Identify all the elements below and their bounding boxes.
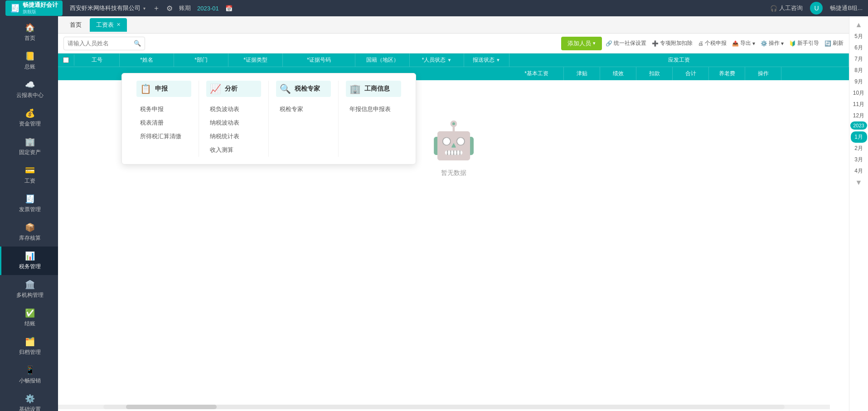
content-area: 首页 工资表 ✕ 🔍 添加人员 ▾ 🔗 统一社 [58,16,849,411]
th2-perf: 绩效 [600,67,636,80]
dropdown-header-expert: 🔍 税检专家 [276,81,331,97]
sidebar-item-ledger[interactable]: 📒 总账 [0,47,58,75]
analysis-header-label: 分析 [225,85,238,93]
tax-return-btn[interactable]: 🖨 个税申报 [698,39,727,47]
tab-home[interactable]: 首页 [63,18,88,32]
xiaochang-icon: 📱 [25,365,35,375]
th-status: *人员状态 ▼ [410,53,464,67]
right-sidebar-up-arrow[interactable]: ▲ [853,19,864,31]
sidebar-item-archive[interactable]: 🗂️ 归档管理 [0,332,58,361]
sidebar-item-inventory[interactable]: 📦 库存核算 [0,218,58,247]
horizontal-scrollbar[interactable] [103,405,785,409]
calendar-icon[interactable]: 📅 [225,5,233,12]
status-filter-icon[interactable]: ▼ [447,58,451,63]
right-sidebar-down-arrow[interactable]: ▼ [853,177,864,189]
sidebar-item-checkout[interactable]: ✅ 结账 [0,304,58,332]
dropdown-item-annual-report[interactable]: 年报信息申报表 [346,102,401,116]
month-item-3[interactable]: 3月 [851,154,867,165]
sidebar-item-tax[interactable]: 📊 税务管理 [0,247,58,275]
sidebar-label-multi: 多机构管理 [16,291,44,299]
sidebar-item-assets[interactable]: 🏢 固定资产 [0,132,58,161]
unified-social-btn[interactable]: 🔗 统一社保设置 [606,39,646,47]
sidebar-item-home[interactable]: 🏠 首页 [0,18,58,47]
dropdown-item-tax-stat[interactable]: 纳税统计表 [206,130,261,143]
home-icon: 🏠 [25,23,35,33]
refresh-btn[interactable]: 🔄 刷新 [824,39,844,47]
dropdown-item-tax-clearance[interactable]: 税表清册 [136,116,191,130]
add-company-icon[interactable]: ＋ [153,4,160,13]
sidebar-label-home: 首页 [24,34,35,42]
month-item-8[interactable]: 8月 [851,65,867,76]
export-btn[interactable]: 📤 导出 ▾ [732,39,755,47]
month-item-10[interactable]: 10月 [851,87,867,99]
special-deduct-label: 专项附加扣除 [660,39,693,47]
export-label: 导出 [740,39,751,47]
month-item-7[interactable]: 7月 [851,53,867,65]
sidebar-label-inventory: 库存核算 [19,234,41,242]
th2-total: 合计 [673,67,709,80]
th-nation: 国籍（地区） [355,53,410,67]
export-icon: 📤 [732,40,739,47]
th-checkbox[interactable] [58,54,74,66]
sidebar-item-invoice[interactable]: 🧾 发票管理 [0,189,58,218]
sidebar: 🏠 首页 📒 总账 ☁️ 云报表中心 💰 资金管理 🏢 固定资产 💳 工资 🧾 … [0,16,58,411]
th-dept: *部门 [174,53,228,67]
empty-icon: 🤖 [431,119,476,162]
settings-icon[interactable]: ⚙ [166,4,173,13]
dropdown-item-income-calc[interactable]: 收入测算 [206,143,261,157]
th-idno: *证据号码 [283,53,355,67]
year-2023-label: 2023 [850,121,867,130]
ops-chevron-icon: ▾ [781,40,784,47]
company-selector[interactable]: 西安虾米网络科技有限公司 ▾ [70,4,145,12]
dropdown-item-income-settle[interactable]: 所得税汇算清缴 [136,130,191,143]
special-deduct-btn[interactable]: ➕ 专项附加扣除 [652,39,693,47]
month-item-1[interactable]: 1月 [851,131,867,143]
search-box: 🔍 [63,37,145,50]
company-chevron-icon: ▾ [143,6,145,11]
logo-icon: 🧾 [10,3,20,13]
newguide-btn[interactable]: 🔰 新手引导 [789,39,819,47]
sidebar-item-salary[interactable]: 💳 工资 [0,161,58,189]
tax-return-label: 个税申报 [705,39,727,47]
user-avatar[interactable]: U [810,2,823,15]
tab-home-label: 首页 [70,21,82,29]
operations-btn[interactable]: ⚙️ 操作 ▾ [761,39,784,47]
sidebar-item-multi[interactable]: 🏛️ 多机构管理 [0,275,58,304]
sidebar-item-cloud[interactable]: ☁️ 云报表中心 [0,75,58,104]
month-item-9[interactable]: 9月 [851,76,867,87]
dropdown-col-declaration: 📋 申报 税务申报 税表清册 所得税汇算清缴 [129,81,199,157]
add-person-dropdown-icon: ▾ [593,40,596,46]
month-item-6[interactable]: 6月 [851,42,867,53]
sidebar-label-salary: 工资 [24,177,35,185]
dropdown-header-declaration: 📋 申报 [136,81,191,97]
help-btn[interactable]: 🎧 人工咨询 [770,4,803,12]
tax-icon: 📊 [25,251,35,261]
dropdown-item-tax-declare[interactable]: 税务申报 [136,102,191,116]
dropdown-item-tax-payment[interactable]: 纳税波动表 [206,116,261,130]
tax-return-icon: 🖨 [698,40,703,47]
dropdown-item-tax-expert[interactable]: 税检专家 [276,102,331,116]
select-all-checkbox[interactable] [63,57,69,63]
sidebar-item-settings[interactable]: ⚙️ 基础设置 [0,389,58,411]
month-item-5[interactable]: 5月 [851,31,867,42]
scroll-thumb[interactable] [126,405,217,409]
dropdown-item-tax-burden[interactable]: 税负波动表 [206,102,261,116]
month-item-12[interactable]: 12月 [851,110,867,121]
period-value: 2023-01 [197,5,219,12]
tab-salary-table[interactable]: 工资表 ✕ [90,18,127,32]
report-filter-icon[interactable]: ▼ [496,58,500,63]
sidebar-label-settings: 基础设置 [19,406,41,411]
sidebar-item-xiaochang[interactable]: 📱 小畅报销 [0,361,58,389]
search-input[interactable] [68,40,131,47]
dropdown-header-business: 🏢 工商信息 [346,81,401,97]
th-name: *姓名 [120,53,174,67]
inventory-icon: 📦 [25,222,35,232]
multi-icon: 🏛️ [25,280,35,290]
sidebar-item-funds[interactable]: 💰 资金管理 [0,104,58,132]
tab-close-icon[interactable]: ✕ [116,22,121,28]
month-item-11[interactable]: 11月 [851,99,867,110]
month-item-2[interactable]: 2月 [851,143,867,154]
add-person-button[interactable]: 添加人员 ▾ [561,37,602,50]
month-item-4[interactable]: 4月 [851,165,867,177]
export-chevron-icon: ▾ [752,40,755,47]
